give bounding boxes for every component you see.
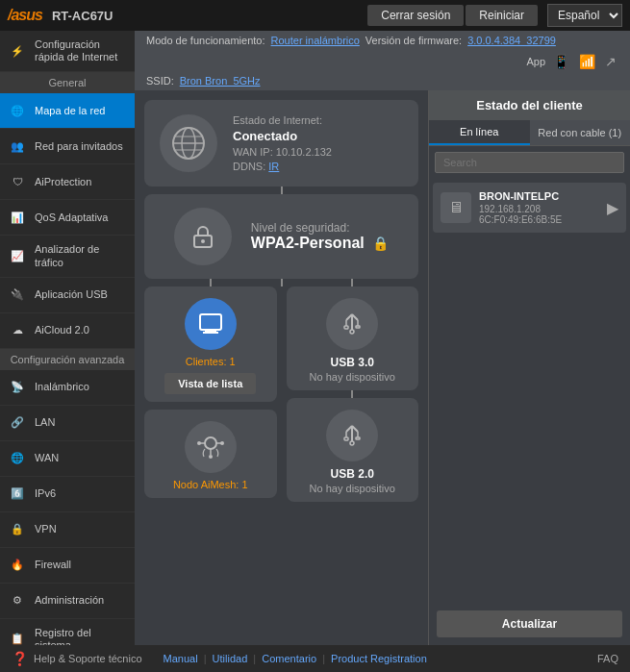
internet-wan: WAN IP: 10.10.2.132 (233, 146, 332, 158)
sidebar-item-aiprotection[interactable]: 🛡 AiProtection (0, 164, 135, 200)
aicloud-icon: ☁ (8, 321, 27, 340)
client-status-title: Estado del cliente (429, 90, 630, 120)
faq-link[interactable]: FAQ (597, 653, 618, 664)
internet-status-value: Conectado (233, 129, 332, 143)
tab-wired[interactable]: Red con cable (1) (530, 120, 631, 145)
mode-value[interactable]: Router inalámbrico (271, 35, 360, 46)
lan-icon: 🔗 (8, 413, 27, 433)
sidebar-item-quick-setup[interactable]: ⚡ Configuración rápida de Internet (0, 31, 135, 72)
sidebar-item-guest-network[interactable]: 👥 Red para invitados (0, 129, 135, 164)
search-input[interactable] (435, 152, 624, 173)
tab-online[interactable]: En línea (429, 120, 530, 145)
lan-label: LAN (35, 416, 55, 429)
usb3-status: No hay dispositivo (310, 371, 395, 383)
sidebar-item-vpn[interactable]: 🔒 VPN (0, 512, 135, 548)
svg-rect-7 (200, 314, 221, 330)
bottom-nodes: Clientes: 1 Vista de lista (144, 286, 418, 635)
svg-point-6 (201, 239, 205, 243)
client-entry: 🖥 BRON-INTELPC 192.168.1.208 6C:F0:49:E6… (433, 183, 626, 233)
logout-button[interactable]: Cerrar sesión (367, 5, 464, 26)
network-map-icon: 🌐 (8, 101, 27, 120)
top-bar: /asus RT-AC67U Cerrar sesión Reiniciar E… (0, 0, 630, 31)
firmware-label: Versión de firmware: (365, 35, 462, 46)
signal-icon-btn[interactable]: 📶 (577, 52, 597, 71)
guest-network-label: Red para invitados (35, 140, 123, 153)
info-bar: Modo de funcionamiento: Router inalámbri… (135, 31, 630, 75)
svg-point-10 (205, 437, 216, 449)
traffic-icon: 📈 (8, 247, 27, 266)
link-manual[interactable]: Manual (164, 653, 198, 664)
mode-label: Modo de funcionamiento: (146, 35, 265, 46)
security-value: WPA2-Personal 🔒 (251, 235, 389, 252)
list-view-button[interactable]: Vista de lista (164, 373, 256, 394)
link-comment[interactable]: Comentario (262, 653, 316, 664)
internet-status-label: Estado de Internet: (233, 114, 332, 126)
main-layout: ⚡ Configuración rápida de Internet Gener… (0, 31, 630, 645)
sidebar-item-usb-app[interactable]: 🔌 Aplicación USB (0, 278, 135, 313)
client-action-icon[interactable]: ▶ (607, 199, 618, 217)
help-icon: ❓ (12, 651, 28, 666)
svg-point-13 (197, 441, 201, 445)
usb2-status: No hay dispositivo (310, 483, 395, 494)
search-box (429, 146, 630, 179)
client-actions: ▶ (607, 199, 618, 217)
ipv6-icon: 6️⃣ (8, 485, 27, 504)
link-product[interactable]: Product Registration (331, 653, 427, 664)
right-panel: Estado del cliente En línea Red con cabl… (428, 90, 630, 645)
app-icon-btn[interactable]: 📱 (551, 52, 571, 71)
client-device-icon: 🖥 (441, 192, 471, 223)
sidebar-item-syslog[interactable]: 📋 Registro del sistema (0, 619, 135, 645)
network-map-label: Mapa de la red (35, 105, 105, 117)
update-button[interactable]: Actualizar (437, 610, 622, 637)
usb3-icon (326, 298, 378, 350)
usb2-node: USB 2.0 No hay dispositivo (287, 398, 419, 502)
wan-icon: 🌐 (8, 449, 27, 468)
language-select[interactable]: Español (547, 4, 622, 27)
svg-rect-19 (344, 326, 348, 329)
sidebar-item-admin[interactable]: ⚙ Administración (0, 584, 135, 619)
restart-button[interactable]: Reiniciar (466, 5, 538, 26)
usb-app-icon: 🔌 (8, 286, 27, 305)
client-entry-info: BRON-INTELPC 192.168.1.208 6C:F0:49:E6:6… (479, 190, 599, 225)
firmware-value[interactable]: 3.0.0.4.384_32799 (467, 35, 556, 46)
sidebar-item-qos[interactable]: 📊 QoS Adaptativa (0, 200, 135, 236)
logo: /asus RT-AC67U (8, 7, 113, 24)
client-list: 🖥 BRON-INTELPC 192.168.1.208 6C:F0:49:E6… (429, 179, 630, 603)
sidebar-item-wireless[interactable]: 📡 Inalámbrico (0, 370, 135, 406)
sidebar-item-traffic[interactable]: 📈 Analizador de tráfico (0, 236, 135, 277)
sidebar-item-wan[interactable]: 🌐 WAN (0, 441, 135, 477)
vpn-icon: 🔒 (8, 520, 27, 539)
usb-app-label: Aplicación USB (35, 288, 108, 301)
ssid-value[interactable]: Bron Bron_5GHz (180, 75, 261, 87)
internet-icon (160, 114, 217, 172)
link-utility[interactable]: Utilidad (213, 653, 248, 664)
sidebar-item-ipv6[interactable]: 6️⃣ IPv6 (0, 477, 135, 512)
aimesh-node: Nodo AiMesh: 1 (144, 410, 277, 498)
sidebar-item-aicloud[interactable]: ☁ AiCloud 2.0 (0, 313, 135, 349)
quick-setup-label: Configuración rápida de Internet (35, 38, 127, 63)
aiprotection-icon: 🛡 (8, 172, 27, 191)
client-name: BRON-INTELPC (479, 190, 599, 202)
security-icon (174, 208, 232, 265)
svg-rect-24 (344, 437, 348, 440)
bottom-left: Clientes: 1 Vista de lista (144, 286, 277, 635)
ssid-bar: SSID: Bron Bron_5GHz (135, 75, 630, 90)
security-node: Nivel de seguridad: WPA2-Personal 🔒 (144, 194, 418, 279)
quick-setup-icon: ⚡ (8, 41, 27, 61)
syslog-icon: 📋 (8, 630, 27, 645)
internet-section: Estado de Internet: Conectado WAN IP: 10… (144, 100, 418, 187)
vpn-label: VPN (35, 523, 57, 535)
help-link[interactable]: Help & Soporte técnico (34, 653, 142, 664)
traffic-label: Analizador de tráfico (35, 243, 127, 268)
settings-icon-btn[interactable]: ↗ (603, 52, 618, 71)
sidebar-item-lan[interactable]: 🔗 LAN (0, 406, 135, 441)
center-panel: Estado de Internet: Conectado WAN IP: 10… (135, 90, 428, 645)
general-section-title: General (0, 72, 135, 93)
svg-rect-25 (356, 437, 360, 439)
sidebar-item-network-map[interactable]: 🌐 Mapa de la red (0, 93, 135, 129)
ssid-label: SSID: (146, 75, 174, 87)
usb3-label: USB 3.0 (331, 356, 374, 369)
sidebar-item-firewall[interactable]: 🔥 Firewall (0, 548, 135, 584)
clients-label: Clientes: 1 (186, 356, 236, 367)
usb3-node: USB 3.0 No hay dispositivo (287, 286, 419, 390)
